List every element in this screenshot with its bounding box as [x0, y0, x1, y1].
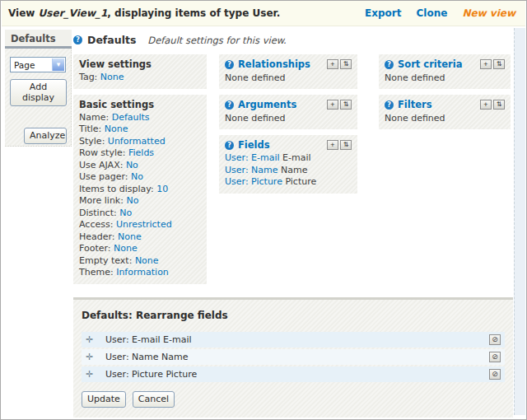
- help-icon[interactable]: ?: [73, 35, 82, 44]
- fields-head: ? Fields + ⇅: [225, 139, 352, 151]
- setting-value-link[interactable]: None: [105, 124, 128, 134]
- view-title: View User_View_1, displaying items of ty…: [8, 7, 280, 19]
- relationships-buttons: + ⇅: [327, 59, 352, 69]
- view-name: User_View_1: [39, 7, 108, 19]
- field-label-text: Picture: [285, 176, 316, 187]
- add-icon[interactable]: +: [327, 59, 338, 69]
- relationships-title-link[interactable]: Relationships: [238, 58, 310, 70]
- rearrange-icon[interactable]: ⇅: [340, 59, 352, 69]
- relationships-empty: None defined: [225, 72, 352, 84]
- basic-settings-head: Basic settings: [79, 99, 201, 110]
- sort-criteria-title-link[interactable]: Sort criteria: [398, 58, 462, 70]
- add-icon[interactable]: +: [480, 100, 492, 110]
- chevron-down-icon: ▾: [52, 58, 64, 71]
- remove-icon[interactable]: ⊘: [489, 369, 501, 380]
- arguments-title-link[interactable]: Arguments: [238, 99, 296, 110]
- rearrange-icon[interactable]: ⇅: [340, 140, 352, 150]
- fields-title-link[interactable]: Fields: [238, 139, 270, 151]
- rearrange-row: ✛ User: Name Name ⊘: [82, 349, 505, 365]
- help-icon[interactable]: ?: [225, 141, 234, 150]
- arguments-head: ? Arguments + ⇅: [225, 99, 352, 110]
- analyze-button[interactable]: Analyze: [24, 128, 67, 144]
- arguments-buttons: + ⇅: [327, 100, 352, 110]
- filters-buttons: + ⇅: [480, 100, 505, 110]
- setting-value-link[interactable]: Unformatted: [108, 136, 166, 147]
- remove-icon[interactable]: ⊘: [489, 352, 501, 362]
- display-sidebar: Defaults Page ▾ Add display Analyze: [5, 30, 72, 147]
- rearrange-row: ✛ User: Picture Picture ⊘: [82, 366, 505, 382]
- rearrange-row: ✛ User: E-mail E-mail ⊘: [82, 332, 505, 348]
- setting-value-link[interactable]: None: [135, 255, 159, 266]
- setting-value-link[interactable]: 10: [156, 184, 168, 194]
- cancel-button[interactable]: Cancel: [133, 391, 175, 408]
- setting-label: Header:: [79, 231, 115, 242]
- setting-row: More link: No: [79, 195, 201, 208]
- drag-handle-icon[interactable]: ✛: [86, 369, 97, 380]
- setting-value-link[interactable]: No: [119, 208, 132, 218]
- views-ui-page: View User_View_1, displaying items of ty…: [0, 0, 527, 420]
- setting-value-link[interactable]: No: [126, 195, 138, 206]
- help-icon[interactable]: ?: [225, 60, 234, 69]
- clone-link[interactable]: Clone: [417, 7, 448, 19]
- filters-title-link[interactable]: Filters: [398, 99, 432, 110]
- help-icon[interactable]: ?: [225, 100, 234, 110]
- help-icon[interactable]: ?: [385, 100, 394, 110]
- relationships-head: ? Relationships + ⇅: [225, 58, 352, 70]
- field-link[interactable]: User: Picture: [225, 176, 282, 187]
- drag-handle-icon[interactable]: ✛: [86, 352, 97, 362]
- fields-box: ? Fields + ⇅ User: E-mail E-mail User: N…: [219, 135, 357, 194]
- setting-label: Name:: [79, 112, 109, 123]
- setting-value-link[interactable]: Unrestricted: [116, 219, 172, 230]
- column-3: ? Sort criteria + ⇅ None defined ? Filte…: [379, 54, 511, 290]
- fields-buttons: + ⇅: [327, 140, 352, 150]
- setting-row: Items to display: 10: [79, 184, 201, 196]
- drag-handle-icon[interactable]: ✛: [86, 334, 97, 345]
- setting-label: Title:: [79, 124, 101, 134]
- help-icon[interactable]: ?: [385, 60, 394, 69]
- display-type-select[interactable]: Page ▾: [10, 57, 66, 72]
- rearrange-icon[interactable]: ⇅: [493, 100, 505, 110]
- field-row: User: Picture Picture: [225, 176, 352, 189]
- setting-value-link[interactable]: None: [118, 231, 142, 242]
- setting-value-link[interactable]: None: [100, 72, 124, 82]
- field-link[interactable]: User: Name: [225, 165, 278, 175]
- page-right-strip: [514, 28, 525, 415]
- add-display-button[interactable]: Add display: [10, 79, 67, 106]
- new-view-link[interactable]: New view: [462, 7, 515, 19]
- view-settings-box: View settings Tag: None: [73, 54, 207, 89]
- setting-value-link[interactable]: Information: [116, 267, 169, 278]
- display-header-title: Defaults: [87, 34, 136, 46]
- add-icon[interactable]: +: [327, 100, 338, 110]
- setting-value-link[interactable]: No: [126, 160, 138, 170]
- display-header: ? Defaults Default settings for this vie…: [73, 34, 513, 46]
- rearrange-icon[interactable]: ⇅: [340, 100, 352, 110]
- setting-row: Header: None: [79, 231, 201, 244]
- setting-value-link[interactable]: None: [114, 243, 138, 254]
- setting-label: More link:: [79, 195, 124, 206]
- setting-row: Theme: Information: [79, 267, 201, 279]
- field-link[interactable]: User: E-mail: [225, 152, 280, 163]
- update-button[interactable]: Update: [82, 391, 126, 408]
- rearrange-row-label: User: Picture Picture: [105, 369, 197, 380]
- setting-row: Name: Defaults: [79, 112, 201, 124]
- setting-label: Empty text:: [79, 255, 132, 266]
- view-settings-head: View settings: [79, 58, 201, 70]
- add-icon[interactable]: +: [327, 140, 338, 150]
- setting-row: Use AJAX: No: [79, 160, 201, 172]
- setting-row: Row style: Fields: [79, 147, 201, 160]
- field-row: User: Name Name: [225, 165, 352, 177]
- add-icon[interactable]: +: [480, 59, 492, 69]
- setting-label: Items to display:: [79, 184, 154, 194]
- setting-value-link[interactable]: Fields: [128, 147, 154, 158]
- export-link[interactable]: Export: [365, 7, 401, 19]
- setting-value-link[interactable]: No: [131, 171, 143, 182]
- rearrange-fields-panel: Defaults: Rearrange fields ✛ User: E-mai…: [73, 297, 513, 418]
- arguments-empty: None defined: [225, 112, 352, 124]
- setting-label: Use pager:: [79, 171, 128, 182]
- setting-value-link[interactable]: Defaults: [112, 112, 150, 123]
- rearrange-icon[interactable]: ⇅: [493, 59, 505, 69]
- setting-label: Row style:: [79, 147, 125, 158]
- field-row: User: E-mail E-mail: [225, 152, 352, 165]
- remove-icon[interactable]: ⊘: [489, 334, 501, 345]
- tab-defaults[interactable]: Defaults: [5, 30, 72, 46]
